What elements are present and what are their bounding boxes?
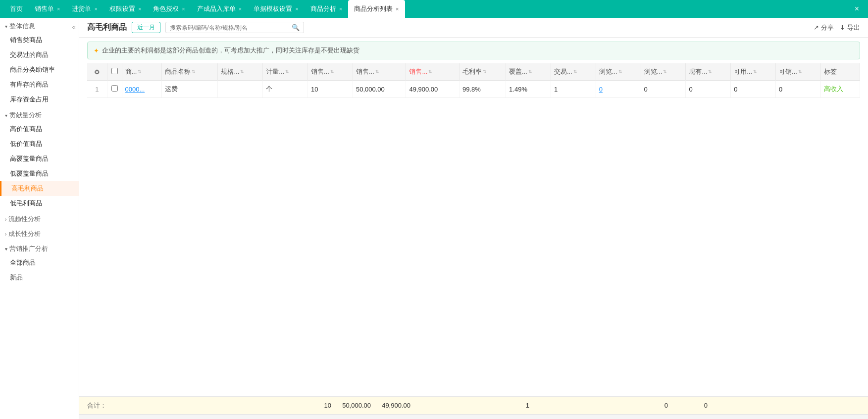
row-name: 运费	[161, 81, 218, 98]
close-icon[interactable]: ×	[396, 6, 399, 12]
footer-empty1	[413, 402, 493, 409]
row-select-checkbox[interactable]	[111, 85, 118, 92]
nav-doc-template[interactable]: 单据模板设置 ×	[248, 0, 304, 18]
sort-icon: ⇅	[708, 69, 712, 74]
footer-sales-amount: 50,000.00	[334, 402, 374, 409]
row-browse1[interactable]: 0	[596, 81, 641, 98]
data-table: ⚙ 商...⇅ 商品名称⇅ 规格...⇅	[87, 63, 860, 98]
sidebar-item-new-goods[interactable]: 新品	[0, 270, 79, 285]
col-browse1[interactable]: 浏览...⇅	[596, 63, 641, 81]
sidebar-item-all-goods[interactable]: 全部商品	[0, 255, 79, 270]
sidebar-item-high-coverage[interactable]: 高覆盖量商品	[0, 151, 79, 166]
close-icon[interactable]: ×	[239, 6, 242, 12]
search-icon[interactable]: 🔍	[292, 24, 300, 31]
col-gross-rate[interactable]: 毛利率⇅	[459, 63, 506, 81]
row-tag: 高收入	[820, 81, 860, 98]
search-input[interactable]	[170, 24, 292, 31]
sidebar-group-contribution[interactable]: ▾ 贡献量分析	[0, 107, 79, 122]
sidebar-group-growth[interactable]: › 成长性分析	[0, 226, 79, 240]
nav-product-analysis[interactable]: 商品分析 ×	[305, 0, 348, 18]
settings-icon: ⚙	[94, 68, 100, 76]
close-icon[interactable]: ×	[57, 6, 60, 12]
row-unit: 个	[263, 81, 308, 98]
footer-sellable: 0	[671, 402, 711, 409]
main-layout: « ▾ 整体信息 销售类商品 交易过的商品 商品分类助销率 有库存的商品 库存资…	[0, 18, 868, 419]
select-all-checkbox[interactable]	[111, 68, 118, 74]
footer-empty2	[532, 402, 631, 409]
sidebar-collapse-button[interactable]: «	[69, 22, 79, 32]
bottom-scrollbar[interactable]	[79, 414, 868, 419]
nav-purchase-order[interactable]: 进货单 ×	[66, 0, 103, 18]
col-browse2[interactable]: 浏览...⇅	[641, 63, 686, 81]
col-current-stock[interactable]: 现有...⇅	[686, 63, 731, 81]
sidebar-item-low-margin[interactable]: 低毛利商品	[0, 196, 79, 211]
nav-home[interactable]: 首页	[4, 0, 29, 18]
nav-sales-order[interactable]: 销售单 ×	[29, 0, 66, 18]
close-icon[interactable]: ×	[295, 6, 298, 12]
nav-product-analysis-list[interactable]: 商品分析列表 ×	[348, 0, 405, 18]
table-row: 1 0000... 运费 个 10 50,000.00 49,900.00 99…	[87, 81, 860, 98]
sidebar-item-sales-goods[interactable]: 销售类商品	[0, 33, 79, 47]
footer-sales-profit: 49,900.00	[374, 402, 413, 409]
sort-icon: ⇅	[573, 69, 577, 74]
sidebar-item-low-coverage[interactable]: 低覆盖量商品	[0, 166, 79, 181]
row-checkbox[interactable]	[107, 81, 122, 98]
close-icon[interactable]: ×	[182, 6, 185, 12]
close-icon[interactable]: ×	[138, 6, 141, 12]
time-filter-button[interactable]: 近一月	[132, 22, 160, 33]
col-name[interactable]: 商品名称⇅	[161, 63, 218, 81]
nav-role-auth[interactable]: 角色授权 ×	[147, 0, 191, 18]
row-browse2: 0	[641, 81, 686, 98]
row-code[interactable]: 0000...	[122, 81, 161, 98]
sort-icon: ⇅	[138, 69, 142, 74]
sidebar-group-trend[interactable]: › 流趋性分析	[0, 211, 79, 226]
row-coverage: 1.49%	[506, 81, 551, 98]
col-sellable[interactable]: 可销...⇅	[776, 63, 821, 81]
sort-icon: ⇅	[753, 69, 757, 74]
col-available[interactable]: 可用...⇅	[731, 63, 776, 81]
nav-product-inbound[interactable]: 产成品入库单 ×	[191, 0, 248, 18]
footer-sales-qty-val: 10	[295, 402, 334, 409]
export-icon: ⬇	[840, 24, 845, 31]
row-sales-profit: 49,900.00	[406, 81, 460, 98]
close-icon[interactable]: ×	[339, 6, 342, 12]
col-sales-qty[interactable]: 销售...⇅	[308, 63, 353, 81]
footer-label: 合计：	[87, 401, 106, 410]
sort-icon: ⇅	[240, 69, 244, 74]
sort-icon: ⇅	[663, 69, 667, 74]
sidebar-item-stock-capital[interactable]: 库存资金占用	[0, 92, 79, 107]
row-spec	[218, 81, 263, 98]
sidebar: « ▾ 整体信息 销售类商品 交易过的商品 商品分类助销率 有库存的商品 库存资…	[0, 18, 79, 419]
col-coverage[interactable]: 覆盖...⇅	[506, 63, 551, 81]
col-sales-amount[interactable]: 销售...⇅	[353, 63, 406, 81]
sidebar-item-in-stock[interactable]: 有库存的商品	[0, 77, 79, 92]
close-icon[interactable]: ×	[94, 6, 97, 12]
sort-icon: ⇅	[428, 69, 432, 74]
row-sellable: 0	[776, 81, 821, 98]
col-checkbox[interactable]	[107, 63, 122, 81]
row-current-stock: 0	[686, 81, 731, 98]
col-spec[interactable]: 规格...⇅	[218, 63, 263, 81]
sidebar-item-traded-goods[interactable]: 交易过的商品	[0, 47, 79, 62]
sort-icon: ⇅	[483, 69, 487, 74]
window-close-button[interactable]: ×	[850, 4, 864, 13]
top-nav: 首页 销售单 × 进货单 × 权限设置 × 角色授权 × 产成品入库单 × 单据…	[0, 0, 868, 18]
col-unit[interactable]: 计量...⇅	[263, 63, 308, 81]
sort-icon: ⇅	[285, 69, 289, 74]
col-tag[interactable]: 标签	[820, 63, 860, 81]
sidebar-group-overall[interactable]: ▾ 整体信息	[0, 18, 79, 33]
sort-icon: ⇅	[618, 69, 622, 74]
nav-permission-setting[interactable]: 权限设置 ×	[103, 0, 147, 18]
col-setting[interactable]: ⚙	[87, 63, 107, 81]
sidebar-group-marketing[interactable]: ▾ 营销推广分析	[0, 240, 79, 255]
col-trade[interactable]: 交易...⇅	[551, 63, 596, 81]
col-code[interactable]: 商...⇅	[122, 63, 161, 81]
sidebar-item-category-rate[interactable]: 商品分类助销率	[0, 62, 79, 77]
row-sales-qty: 10	[308, 81, 353, 98]
share-button[interactable]: ↗ 分享	[814, 23, 834, 32]
sidebar-item-high-margin[interactable]: 高毛利商品	[0, 181, 79, 196]
export-button[interactable]: ⬇ 导出	[840, 23, 860, 32]
sidebar-item-low-value[interactable]: 低价值商品	[0, 137, 79, 151]
col-sales-profit[interactable]: 销售...⇅	[406, 63, 460, 81]
sidebar-item-high-value[interactable]: 高价值商品	[0, 122, 79, 137]
